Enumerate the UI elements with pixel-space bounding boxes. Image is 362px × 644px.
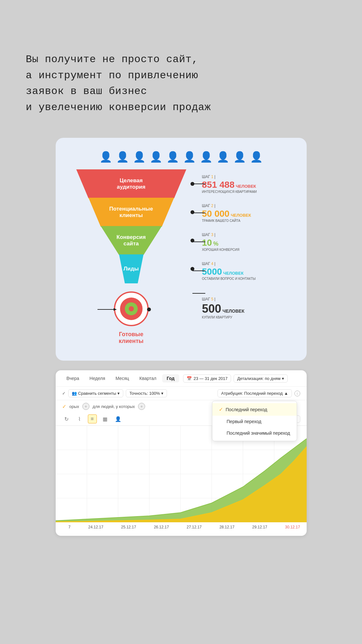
dropdown-item-3[interactable]: Последний значимый переход — [212, 427, 296, 439]
funnel-level-2: Потенциальныеклиенты — [70, 198, 192, 227]
accuracy-btn[interactable]: Точность: 100% ▾ — [126, 389, 167, 397]
funnel-wrapper: Целеваяаудитория Потенциальныеклиенты Ко… — [65, 169, 297, 345]
stat-content-3: ШАГ 3 | 10 % ХОРОШАЯ КОНВЕРСИЯ — [202, 232, 239, 251]
target-label: Готовыеклиенты — [119, 331, 144, 345]
stat-content-1: ШАГ 1 | 851 488 ЧЕЛОВЕК ИНТЕРЕСУЮЩИХСЯ К… — [202, 175, 257, 194]
chevron-accuracy-icon: ▾ — [161, 391, 163, 396]
date-range[interactable]: 📅 23 — 31 дек 2017 — [183, 374, 231, 383]
detail-btn[interactable]: Детализация: по дням ▾ — [234, 374, 287, 383]
stat-unit-2: ЧЕЛОВЕК — [231, 213, 251, 218]
connector-dot-5 — [147, 308, 151, 311]
stat-number-5: 500 — [202, 302, 221, 316]
funnel-shapes: Целеваяаудитория Потенциальныеклиенты Ко… — [70, 169, 192, 345]
chart-x-labels: 7 24.12.17 25.12.17 26.12.17 27.12.17 28… — [56, 522, 307, 529]
stat-unit-1: ЧЕЛОВЕК — [236, 184, 256, 189]
x-label-1: 24.12.17 — [88, 525, 103, 529]
people-row: 👤 👤 👤 👤 👤 👤 👤 👤 👤 👤 — [65, 151, 297, 163]
chevron-attribution-icon: ▲ — [284, 391, 288, 396]
stat-desc-2: ТРАФИК ВАШЕГО САЙТА — [202, 219, 251, 223]
funnel-level-3: Конверсиясайта — [70, 226, 192, 255]
connector-dot-3 — [190, 239, 194, 242]
person-icon-7: 👤 — [200, 151, 213, 163]
dropdown-label-3: Последний значимый переход — [227, 431, 290, 436]
step-label-2: ШАГ 2 | — [202, 204, 251, 208]
step-label-5: ШАГ 5 | — [202, 297, 245, 301]
dropdown-label-2: Первый переход — [227, 419, 261, 424]
person-chart-icon[interactable]: 👤 — [114, 414, 123, 423]
attribution-btn[interactable]: Атрибуция: Последний переход ▲ — [218, 389, 292, 397]
x-label-7: 30.12.17 — [285, 525, 300, 529]
stat-number-3: 10 — [202, 238, 212, 248]
add-filter-btn-1[interactable]: + — [82, 403, 89, 410]
detail-label: Детализация: по дням — [237, 376, 280, 381]
stat-percent-3: % — [213, 241, 218, 247]
attribution-label: Атрибуция: Последний переход — [221, 391, 283, 396]
chevron-down-icon: ▾ — [282, 376, 284, 381]
person-icon-8: 👤 — [217, 151, 229, 163]
step-label-1: ШАГ 1 | — [202, 175, 257, 179]
line-chart-icon[interactable]: ⌇ — [75, 414, 84, 423]
stat-content-4: ШАГ 4 | 5000 ЧЕЛОВЕК ОСТАВИЛИ ВОПРОС И К… — [202, 261, 256, 280]
person-icon-4: 👤 — [150, 151, 162, 163]
date-icon: 📅 — [187, 376, 192, 381]
refresh-icon[interactable]: ↻ — [62, 414, 71, 423]
tab-week[interactable]: Неделя — [85, 374, 110, 383]
chart-card: Вчера Неделя Месяц Квартал Год 📅 23 — 31… — [56, 370, 307, 536]
x-label-3: 26.12.17 — [154, 525, 169, 529]
filter-check: ✓ — [62, 403, 66, 410]
dropdown-item-2[interactable]: Первый переход — [212, 416, 296, 427]
person-icon-10: 👤 — [250, 151, 263, 163]
chart-area-yellow — [56, 447, 307, 522]
connector-dot-4 — [190, 267, 194, 271]
connector-line-1 — [192, 184, 205, 184]
dropdown-item-1[interactable]: ✓ Последний переход — [212, 403, 296, 416]
connector-line-3 — [192, 242, 205, 242]
header-text: Вы получите не просто сайт, а инструмент… — [26, 52, 336, 115]
segment-btn[interactable]: 👥 Сравнить сегменты ▾ — [68, 389, 124, 397]
area-chart-icon[interactable]: ≡ — [88, 414, 97, 423]
check-icon: ✓ — [219, 406, 223, 412]
tab-year[interactable]: Год — [162, 374, 179, 383]
stat-number-2: 50 000 — [202, 209, 230, 219]
x-label-2: 25.12.17 — [121, 525, 136, 529]
chart-toolbar: Вчера Неделя Месяц Квартал Год 📅 23 — 31… — [56, 370, 307, 387]
chart-toolbar2: ✓ 👥 Сравнить сегменты ▾ Точность: 100% ▾… — [56, 387, 307, 400]
connector-line-4 — [192, 270, 205, 271]
step-label-3: ШАГ 3 | — [202, 232, 239, 237]
funnel-label-1: Целеваяаудитория — [117, 177, 145, 190]
funnel-level-1: Целеваяаудитория — [70, 169, 192, 198]
segment-label: Сравнить сегменты — [78, 391, 116, 396]
funnel-card: 👤 👤 👤 👤 👤 👤 👤 👤 👤 👤 Целеваяаудитория — [56, 138, 307, 361]
person-icon-3: 👤 — [133, 151, 146, 163]
person-icon-9: 👤 — [233, 151, 246, 163]
stat-unit-5: ЧЕЛОВЕК — [223, 308, 245, 314]
stat-desc-5: КУПИЛИ КВАРТИРУ — [202, 316, 245, 319]
filter-prefix: ✓ — [62, 391, 66, 396]
tab-quarter[interactable]: Квартал — [135, 374, 161, 383]
funnel-label-2: Потенциальныеклиенты — [109, 206, 153, 219]
connector-dot-2 — [190, 210, 194, 214]
stat-desc-3: ХОРОШАЯ КОНВЕРСИЯ — [202, 248, 239, 251]
funnel-label-4: Лиды — [124, 266, 139, 272]
stat-unit-4: ЧЕЛОВЕК — [223, 271, 244, 276]
filter-text-2: для людей, у которых — [93, 404, 135, 409]
person-icon-1: 👤 — [99, 151, 112, 163]
accuracy-label: Точность: 100% — [129, 391, 160, 396]
add-filter-btn-2[interactable]: + — [138, 403, 145, 410]
filter-text-1: орых — [70, 404, 79, 409]
svg-point-7 — [129, 306, 134, 311]
stat-row-1: ШАГ 1 | 851 488 ЧЕЛОВЕК ИНТЕРЕСУЮЩИХСЯ К… — [196, 169, 292, 198]
funnel-stats: ШАГ 1 | 851 488 ЧЕЛОВЕК ИНТЕРЕСУЮЩИХСЯ К… — [192, 169, 292, 330]
stat-row-3: ШАГ 3 | 10 % ХОРОШАЯ КОНВЕРСИЯ — [196, 227, 292, 256]
tab-month[interactable]: Месяц — [111, 374, 134, 383]
stat-number-4: 5000 — [202, 267, 222, 277]
tab-yesterday[interactable]: Вчера — [62, 374, 84, 383]
info-icon[interactable]: i — [294, 391, 300, 396]
date-range-text: 23 — 31 дек 2017 — [194, 376, 228, 381]
people-icon: 👥 — [72, 391, 77, 396]
stat-content-5: ШАГ 5 | 500 ЧЕЛОВЕК КУПИЛИ КВАРТИРУ — [202, 297, 245, 319]
header-section: Вы получите не просто сайт, а инструмент… — [0, 0, 362, 128]
bar-chart-icon[interactable]: ▦ — [101, 414, 110, 423]
chevron-segment-icon: ▾ — [117, 391, 120, 396]
connector-line-2 — [192, 213, 205, 213]
